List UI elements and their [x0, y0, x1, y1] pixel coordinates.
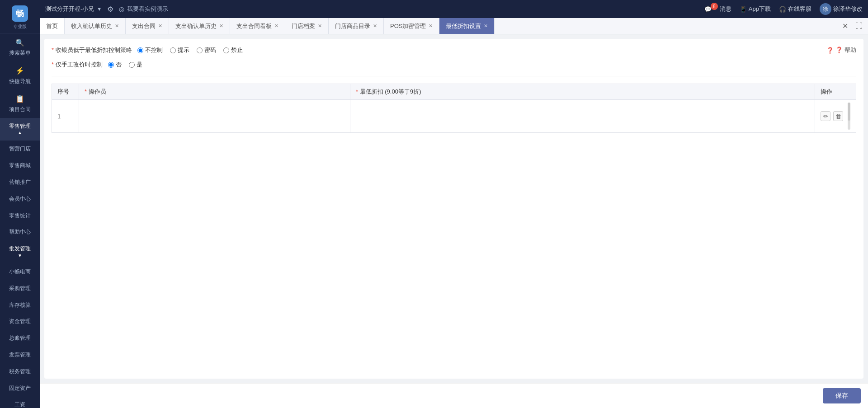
tab-payment-history-close-icon[interactable]: ✕ [219, 23, 223, 29]
row-min-discount[interactable] [350, 100, 815, 133]
sidebar-item-label: 零售商城 [9, 162, 31, 169]
radio-yes-input[interactable] [129, 62, 135, 68]
radio-forbidden[interactable]: 禁止 [223, 46, 243, 54]
tab-pos-encryption-close-icon[interactable]: ✕ [429, 23, 433, 29]
sidebar-item-smart-store[interactable]: 智营门店 [0, 141, 40, 157]
sidebar-item-label: 项目合同 [9, 106, 31, 113]
app-download-btn[interactable]: 📱 App下载 [740, 5, 771, 13]
sidebar-item-project-contract[interactable]: 📋 项目合同 [0, 89, 40, 117]
tab-min-discount-close-icon[interactable]: ✕ [484, 23, 488, 29]
row-actions: ✏ 🗑 [815, 100, 856, 133]
edit-row-button[interactable]: ✏ [821, 111, 830, 121]
radio-prompt-input[interactable] [170, 47, 176, 53]
tab-close-all-icon[interactable]: ✕ [840, 21, 850, 31]
logo-icon: 畅 [12, 5, 28, 22]
sidebar-item-payroll[interactable]: 工资 [0, 396, 40, 408]
sidebar-item-ecommerce[interactable]: 小畅电商 [0, 263, 40, 280]
sidebar-item-purchase-mgmt[interactable]: 采购管理 [0, 280, 40, 297]
online-service-btn[interactable]: 🎧 在线客服 [779, 5, 811, 13]
min-discount-input[interactable] [356, 113, 809, 120]
content-area: ❓ ❓ 帮助 收银员低于最低折扣控制策略 不控制 提示 [40, 34, 868, 383]
sidebar-item-ledger[interactable]: 总账管理 [0, 330, 40, 347]
sidebar-item-search[interactable]: 🔍 搜索菜单 [0, 33, 40, 61]
sidebar-item-help-center[interactable]: 帮助中心 [0, 224, 40, 240]
sidebar-item-quick-nav[interactable]: ⚡ 快捷导航 [0, 61, 40, 89]
manual-price-row: 仅手工改价时控制 否 是 [52, 61, 856, 69]
page-card: ❓ ❓ 帮助 收银员低于最低折扣控制策略 不控制 提示 [44, 39, 863, 379]
sidebar-item-retail-mall[interactable]: 零售商城 [0, 157, 40, 174]
radio-no-control[interactable]: 不控制 [137, 46, 163, 54]
radio-no-control-input[interactable] [137, 47, 143, 53]
tab-pos-encryption[interactable]: POS加密管理 ✕ [384, 18, 439, 34]
radio-no-input[interactable] [108, 62, 114, 68]
tab-payment-overview-close-icon[interactable]: ✕ [274, 23, 278, 29]
discount-table: 序号 操作员 最低折扣 (9.00等于9折) 操作 1 [52, 84, 856, 133]
sidebar-item-label: 零售统计 [9, 212, 31, 220]
tab-payment-contract-label: 支出合同 [132, 22, 156, 30]
user-menu-btn[interactable]: 徐 徐泽华修改 [820, 3, 863, 15]
tab-home[interactable]: 首页 [40, 18, 65, 34]
demo-link[interactable]: ◎ 我要看实例演示 [119, 5, 168, 13]
lightning-icon: ⚡ [15, 66, 24, 76]
operator-input[interactable] [85, 113, 344, 120]
sidebar-item-label: 发票管理 [9, 351, 31, 359]
tab-min-discount[interactable]: 最低折扣设置 ✕ [439, 18, 495, 34]
table-wrapper: 序号 操作员 最低折扣 (9.00等于9折) 操作 1 [52, 84, 856, 371]
app-logo: 畅 专业版 [0, 0, 40, 33]
delete-row-button[interactable]: 🗑 [833, 111, 843, 121]
contract-icon: 📋 [15, 94, 24, 104]
sidebar-item-invoice-mgmt[interactable]: 发票管理 [0, 347, 40, 363]
tab-payment-history[interactable]: 支出确认单历史 ✕ [169, 18, 230, 34]
tab-store-products-close-icon[interactable]: ✕ [373, 23, 377, 29]
radio-password[interactable]: 密码 [197, 46, 216, 54]
table-scrollbar[interactable] [848, 103, 850, 130]
search-icon: 🔍 [15, 38, 24, 48]
sidebar-item-retail-mgmt[interactable]: 零售管理 ▲ [0, 118, 40, 141]
tab-payment-contract[interactable]: 支出合同 ✕ [126, 18, 169, 34]
table-row: 1 ✏ 🗑 [52, 100, 856, 133]
radio-password-input[interactable] [197, 47, 203, 53]
save-button[interactable]: 保存 [823, 388, 861, 403]
tab-store-file[interactable]: 门店档案 ✕ [285, 18, 329, 34]
cashier-policy-label: 收银员低于最低折扣控制策略 [52, 46, 132, 54]
tab-store-file-close-icon[interactable]: ✕ [318, 23, 322, 29]
manual-price-radio-group: 否 是 [108, 61, 142, 69]
sidebar-item-label: 库存核算 [9, 301, 31, 309]
radio-yes[interactable]: 是 [129, 61, 142, 69]
sidebar-item-fixed-assets[interactable]: 固定资产 [0, 380, 40, 397]
help-button[interactable]: ❓ ❓ 帮助 [826, 46, 856, 54]
tab-payment-contract-close-icon[interactable]: ✕ [158, 23, 162, 29]
radio-forbidden-input[interactable] [223, 47, 229, 53]
avatar: 徐 [820, 3, 831, 15]
project-selector[interactable]: 测试分开开程-小兄 ▼ [45, 5, 102, 13]
sidebar-item-batch-mgmt[interactable]: 批发管理 ▼ [0, 240, 40, 263]
radio-prompt[interactable]: 提示 [170, 46, 189, 54]
app-download-icon: 📱 [740, 6, 747, 13]
tab-income-history-label: 收入确认单历史 [71, 22, 112, 30]
tab-expand-icon[interactable]: ⛶ [854, 21, 864, 31]
sidebar-item-finance[interactable]: 资金管理 [0, 313, 40, 330]
row-operator[interactable] [79, 100, 350, 133]
logo-symbol: 畅 [16, 8, 24, 19]
sidebar-item-label: 营销推广 [9, 178, 31, 186]
message-btn[interactable]: 💬 8 消息 [704, 5, 731, 13]
sidebar-item-tax-mgmt[interactable]: 税务管理 [0, 363, 40, 380]
message-badge: 8 [711, 3, 718, 10]
radio-no[interactable]: 否 [108, 61, 122, 69]
tab-payment-overview[interactable]: 支出合同看板 ✕ [230, 18, 285, 34]
scrollbar-thumb [848, 103, 850, 121]
sidebar-item-inventory[interactable]: 库存核算 [0, 297, 40, 314]
sidebar: 畅 专业版 🔍 搜索菜单 ⚡ 快捷导航 📋 项目合同 零售管理 ▲ 智营门店 零… [0, 0, 40, 408]
sidebar-item-member-center[interactable]: 会员中心 [0, 191, 40, 207]
sidebar-item-label: 帮助中心 [9, 228, 31, 236]
tab-income-history-close-icon[interactable]: ✕ [115, 23, 119, 29]
radio-no-control-label: 不控制 [145, 46, 163, 54]
sidebar-item-label: 搜索菜单 [9, 49, 31, 57]
topbar-settings-icon[interactable]: ⚙ [107, 5, 113, 14]
tab-store-products[interactable]: 门店商品目录 ✕ [329, 18, 384, 34]
tab-payment-overview-label: 支出合同看板 [236, 22, 272, 30]
tab-income-history[interactable]: 收入确认单历史 ✕ [65, 18, 126, 34]
sidebar-item-marketing[interactable]: 营销推广 [0, 174, 40, 191]
sidebar-item-label: 资金管理 [9, 318, 31, 325]
sidebar-item-retail-stats[interactable]: 零售统计 [0, 207, 40, 224]
